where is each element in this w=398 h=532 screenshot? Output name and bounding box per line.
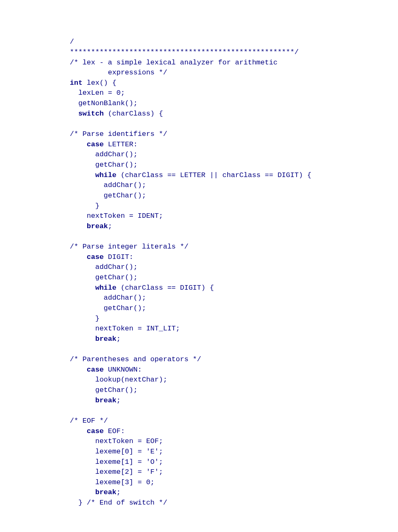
- code-text: DIGIT:: [104, 253, 133, 261]
- code-text: getChar();: [70, 304, 146, 312]
- code-text: [70, 140, 87, 148]
- code-line: getChar();: [70, 273, 398, 283]
- code-line: lexeme[0] = 'E';: [70, 447, 398, 457]
- code-line: /* Parse integer literals */: [70, 242, 398, 252]
- code-text: lexeme[3] = 0;: [70, 478, 155, 486]
- code-text: getChar();: [70, 192, 146, 200]
- code-keyword: break: [95, 488, 116, 496]
- code-text: lexeme[0] = 'E';: [70, 448, 163, 456]
- code-text: /: [70, 38, 74, 46]
- code-line: lookup(nextChar);: [70, 375, 398, 385]
- code-line: break;: [70, 222, 398, 232]
- code-line: break;: [70, 488, 398, 498]
- code-line: }: [70, 314, 398, 324]
- code-keyword: int: [70, 79, 83, 87]
- code-keyword: while: [95, 171, 116, 179]
- code-keyword: case: [87, 427, 104, 435]
- code-line: nextToken = IDENT;: [70, 211, 398, 222]
- code-text: } /* End of switch */: [70, 499, 167, 507]
- code-block: /***************************************…: [70, 37, 398, 508]
- code-text: }: [70, 202, 99, 210]
- code-line: addChar();: [70, 150, 398, 160]
- code-text: [70, 222, 87, 230]
- code-text: UNKNOWN:: [104, 366, 142, 374]
- code-line: getChar();: [70, 160, 398, 170]
- code-line: ****************************************…: [70, 47, 398, 58]
- code-keyword: case: [87, 366, 104, 374]
- code-line: lexeme[3] = 0;: [70, 478, 398, 488]
- code-line: getChar();: [70, 191, 398, 201]
- code-line: addChar();: [70, 293, 398, 303]
- code-text: nextToken = INT_LIT;: [70, 325, 180, 332]
- code-text: lexeme[2] = 'F';: [70, 468, 163, 476]
- code-text: lex() {: [83, 79, 117, 87]
- code-text: addChar();: [70, 294, 146, 302]
- code-keyword: break: [87, 222, 108, 230]
- code-text: /* Parse identifiers */: [70, 130, 167, 138]
- code-line: break;: [70, 334, 398, 345]
- code-line: switch (charClass) {: [70, 109, 398, 119]
- code-text: [70, 171, 95, 179]
- code-line: case UNKNOWN:: [70, 365, 398, 375]
- code-text: expressions */: [70, 69, 167, 76]
- code-text: [70, 397, 95, 404]
- code-line: } /* End of switch */: [70, 498, 398, 508]
- code-text: getChar();: [70, 161, 138, 169]
- code-line: while (charClass == LETTER || charClass …: [70, 170, 398, 181]
- code-line: int lex() {: [70, 78, 398, 89]
- code-line: lexLen = 0;: [70, 88, 398, 99]
- code-text: lookup(nextChar);: [70, 376, 167, 384]
- code-text: /* lex - a simple lexical analyzer for a…: [70, 59, 278, 66]
- code-text: ****************************************…: [70, 48, 299, 56]
- code-line: expressions */: [70, 68, 398, 78]
- code-text: [70, 488, 95, 496]
- code-text: nextToken = IDENT;: [70, 212, 163, 220]
- code-line: addChar();: [70, 180, 398, 191]
- code-line: case DIGIT:: [70, 252, 398, 263]
- code-line: /* Parse identifiers */: [70, 129, 398, 140]
- code-page: /***************************************…: [0, 0, 398, 532]
- code-text: (charClass == DIGIT) {: [116, 284, 214, 292]
- code-line: lexeme[1] = 'O';: [70, 457, 398, 468]
- code-text: [70, 284, 95, 292]
- code-text: LETTER:: [104, 140, 138, 148]
- code-text: addChar();: [70, 181, 146, 189]
- code-line: [70, 406, 398, 416]
- code-line: getNonBlank();: [70, 99, 398, 109]
- code-text: addChar();: [70, 263, 138, 271]
- code-line: getChar();: [70, 303, 398, 314]
- code-line: /: [70, 37, 398, 47]
- code-keyword: switch: [78, 110, 103, 118]
- code-keyword: break: [95, 397, 116, 404]
- code-line: lexeme[2] = 'F';: [70, 467, 398, 478]
- code-line: /* Parentheses and operators */: [70, 355, 398, 365]
- code-line: while (charClass == DIGIT) {: [70, 283, 398, 293]
- code-keyword: break: [95, 335, 116, 343]
- code-text: ;: [116, 488, 120, 496]
- code-text: /* EOF */: [70, 417, 108, 425]
- code-text: [70, 253, 87, 261]
- code-line: /* lex - a simple lexical analyzer for a…: [70, 58, 398, 68]
- code-text: [70, 366, 87, 374]
- code-text: ;: [108, 222, 112, 230]
- code-text: ;: [116, 335, 120, 343]
- code-text: [70, 335, 95, 343]
- code-text: addChar();: [70, 150, 138, 158]
- code-text: /* Parentheses and operators */: [70, 355, 201, 363]
- code-text: getChar();: [70, 386, 138, 394]
- code-text: EOF:: [104, 427, 125, 435]
- code-text: (charClass == LETTER || charClass == DIG…: [116, 171, 311, 179]
- code-text: ;: [116, 397, 120, 404]
- code-line: addChar();: [70, 262, 398, 273]
- code-keyword: case: [87, 140, 104, 148]
- code-text: (charClass) {: [104, 110, 163, 118]
- code-line: case LETTER:: [70, 140, 398, 150]
- code-text: [70, 427, 87, 435]
- code-line: getChar();: [70, 385, 398, 396]
- code-line: }: [70, 201, 398, 212]
- code-keyword: while: [95, 284, 116, 292]
- code-line: [70, 345, 398, 355]
- code-line: break;: [70, 396, 398, 406]
- code-line: nextToken = INT_LIT;: [70, 324, 398, 334]
- code-line: case EOF:: [70, 426, 398, 437]
